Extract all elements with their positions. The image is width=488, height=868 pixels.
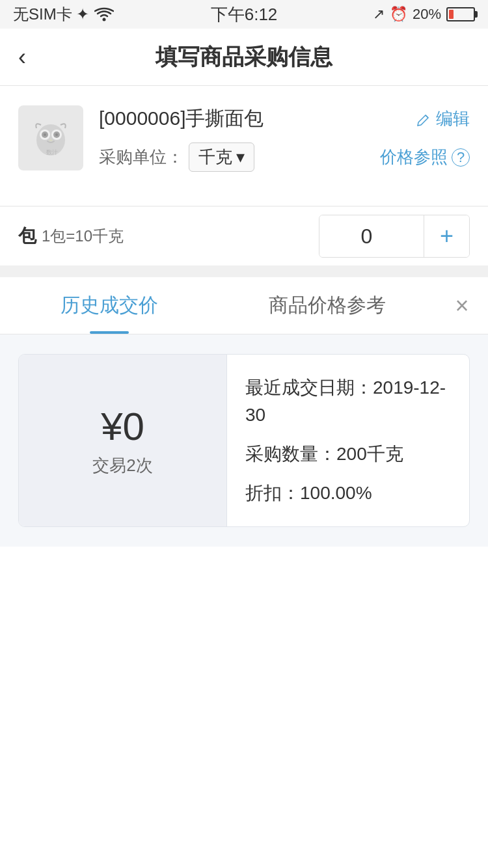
quantity-input[interactable] [319,215,424,257]
status-left: 无SIM卡 ✦ [13,4,114,25]
alarm-icon: ⏰ [390,6,407,23]
product-name-row: [0000006]手撕面包 编辑 [99,105,470,132]
nav-bar: ‹ 填写商品采购信息 [0,29,488,86]
edit-icon [416,112,431,126]
dropdown-arrow-icon: ▾ [236,147,245,167]
svg-point-7 [55,133,58,136]
product-image-owl: 数汁 [28,115,74,161]
price-reference-button[interactable]: 价格参照 ? [380,146,470,169]
svg-point-6 [44,133,46,136]
quantity-label: 包 1包=10千克 [18,224,124,249]
location-icon: ↗ [373,6,385,23]
bottom-panel: 历史成交价 商品价格参考 × ¥0 交易2次 最近成交日期：2019-12-30… [0,277,488,547]
tab-history-price-label: 历史成交价 [61,292,158,319]
product-thumbnail: 数汁 [18,105,83,170]
battery-fill [449,10,454,19]
product-card: 数汁 [0000006]手撕面包 编辑 采购单位： [0,86,488,206]
quantity-plus-button[interactable]: + [424,215,469,257]
discount-row: 折扣：100.00% [245,480,451,507]
battery-percent: 20% [413,6,441,23]
purchase-qty-row: 采购数量：200千克 [245,441,451,468]
tab-price-ref-label: 商品价格参考 [269,292,386,319]
svg-point-0 [103,18,106,21]
question-icon: ? [452,148,470,167]
price-amount: ¥0 [101,404,144,449]
price-card-area: ¥0 交易2次 最近成交日期：2019-12-30 采购数量：200千克 折扣：… [0,334,488,547]
purchase-qty-value: 200千克 [336,444,403,464]
product-thumb-inner: 数汁 [18,105,83,170]
price-left-panel: ¥0 交易2次 [19,355,227,526]
quantity-section: 包 1包=10千克 + [0,207,488,265]
page-title: 填写商品采购信息 [156,42,332,72]
product-name: [0000006]手撕面包 [99,105,264,132]
tab-bar: 历史成交价 商品价格参考 × [0,277,488,334]
price-ref-label: 价格参照 [380,146,448,169]
status-bar: 无SIM卡 ✦ 下午6:12 ↗ ⏰ 20% [0,0,488,29]
quantity-controls: + [319,215,470,258]
product-header: 数汁 [0000006]手撕面包 编辑 采购单位： [18,105,470,172]
price-right-panel: 最近成交日期：2019-12-30 采购数量：200千克 折扣：100.00% [227,355,469,526]
unit-name: 包 [18,224,36,249]
tab-product-price-reference[interactable]: 商品价格参考 [218,277,436,334]
tab-close-button[interactable]: × [436,277,488,334]
recent-date-row: 最近成交日期：2019-12-30 [245,374,451,429]
content-spacer [0,547,488,868]
battery-icon [446,7,475,21]
product-unit-row: 采购单位： 千克 ▾ 价格参照 ? [99,142,470,172]
edit-label: 编辑 [436,107,470,130]
discount-label: 折扣： [245,483,300,503]
section-divider [0,265,488,277]
recent-date-label: 最近成交日期： [245,377,373,398]
unit-conversion: 1包=10千克 [42,226,124,247]
unit-label: 采购单位： 千克 ▾ [99,142,254,172]
purchase-qty-label: 采购数量： [245,444,336,464]
svg-text:数汁: 数汁 [46,149,58,156]
unit-label-text: 采购单位： [99,146,183,169]
discount-value: 100.00% [300,483,372,503]
unit-select-dropdown[interactable]: 千克 ▾ [189,142,254,172]
edit-button[interactable]: 编辑 [416,107,470,130]
trade-count: 交易2次 [92,454,152,477]
price-card: ¥0 交易2次 最近成交日期：2019-12-30 采购数量：200千克 折扣：… [18,354,470,527]
wifi-icon [94,7,114,21]
carrier-text: 无SIM卡 ✦ [13,4,89,25]
status-time: 下午6:12 [211,3,278,26]
tab-history-price[interactable]: 历史成交价 [0,277,218,334]
status-right: ↗ ⏰ 20% [373,6,475,23]
unit-value: 千克 [198,146,232,169]
product-info: [0000006]手撕面包 编辑 采购单位： 千克 ▾ [99,105,470,172]
back-button[interactable]: ‹ [18,44,26,71]
